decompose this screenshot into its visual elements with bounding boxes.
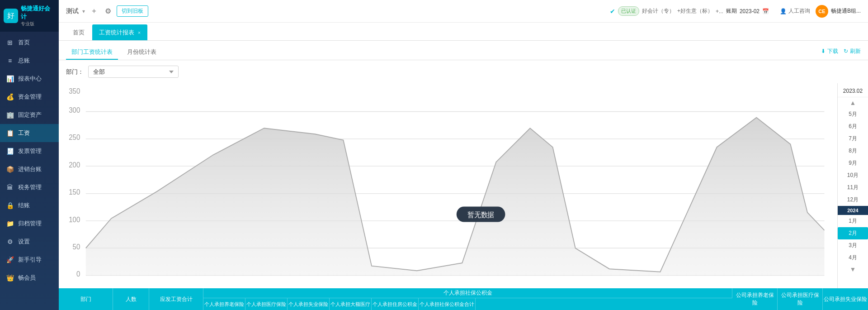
table-section: 部门 人数 应发工资合计 个人承担社保公积金 个人承担养老保险 个人承担医疗保险… bbox=[59, 288, 868, 310]
table-header-row: 部门 人数 应发工资合计 个人承担社保公积金 个人承担养老保险 个人承担医疗保险… bbox=[59, 288, 868, 310]
th-personal-total: 个人承担社保公积金合计 bbox=[419, 298, 476, 310]
th-personal-unemployment: 个人承担失业保险 bbox=[288, 298, 330, 310]
calendar-icon[interactable]: 📅 bbox=[762, 8, 769, 14]
sidebar-item-member[interactable]: 👑 畅会员 bbox=[0, 269, 59, 287]
tax-icon: 🏛 bbox=[5, 183, 14, 192]
switch-to-old-btn[interactable]: 切到旧板 bbox=[117, 5, 148, 17]
download-icon: ⬇ bbox=[821, 48, 826, 54]
th-personal-pension: 个人承担养老保险 bbox=[203, 298, 245, 310]
date-picker-up-btn[interactable]: ▲ bbox=[848, 97, 858, 108]
svg-text:350: 350 bbox=[69, 88, 80, 95]
content-area: 部门工资统计表 月份统计表 ⬇ 下载 ↻ 刷新 部门： 全部 销售部 bbox=[59, 41, 868, 310]
th-company-pension: 公司承担养老保险 bbox=[732, 288, 778, 310]
th-personal-medical: 个人承担医疗保险 bbox=[245, 298, 288, 310]
closing-icon: 🔒 bbox=[5, 201, 14, 210]
subtab-monthly[interactable]: 月份统计表 bbox=[122, 45, 162, 60]
sidebar: 好 畅捷通好会计 专业版 ⊞ 首页 ≡ 总账 📊 报表中心 💰 资金管理 🏢 固… bbox=[0, 0, 59, 310]
topbar-right: 👤 人工咨询 CE 畅捷通B组... bbox=[780, 5, 861, 18]
dp-month-8[interactable]: 8月 bbox=[838, 145, 868, 157]
tab-close-btn[interactable]: × bbox=[138, 30, 141, 35]
status-tag-3: +... bbox=[716, 8, 723, 14]
topbar-dropdown-arrow[interactable]: ▾ bbox=[82, 8, 85, 14]
dept-select[interactable]: 全部 销售部 财务部 技术部 行政部 bbox=[88, 66, 179, 78]
status-tag-1: 好会计（专） bbox=[642, 7, 675, 15]
sidebar-item-reports[interactable]: 📊 报表中心 bbox=[0, 70, 59, 88]
tax-label: 税务管理 bbox=[18, 183, 42, 191]
topbar: 测试 ▾ ＋ ⚙ 切到旧板 ✔ 已认证 好会计（专） +好生意（标） +... … bbox=[59, 0, 868, 23]
svg-text:50: 50 bbox=[73, 243, 80, 251]
refresh-btn[interactable]: ↻ 刷新 bbox=[844, 48, 861, 55]
sidebar-item-home[interactable]: ⊞ 首页 bbox=[0, 33, 59, 52]
home-icon: ⊞ bbox=[5, 38, 14, 47]
sidebar-item-tax[interactable]: 🏛 税务管理 bbox=[0, 178, 59, 196]
topbar-title: 测试 bbox=[66, 7, 79, 15]
date-picker-down-btn[interactable]: ▼ bbox=[848, 264, 858, 275]
filter-row: 部门： 全部 销售部 财务部 技术部 行政部 bbox=[59, 60, 868, 83]
subtab-dept[interactable]: 部门工资统计表 bbox=[66, 45, 118, 60]
sidebar-item-guide[interactable]: 🚀 新手引导 bbox=[0, 251, 59, 269]
sidebar-item-invoice[interactable]: 🧾 发票管理 bbox=[0, 142, 59, 160]
assets-label: 固定资产 bbox=[18, 111, 42, 119]
tab-home[interactable]: 首页 bbox=[66, 24, 91, 40]
sidebar-item-ledger[interactable]: ≡ 总账 bbox=[0, 52, 59, 70]
sidebar-item-funds[interactable]: 💰 资金管理 bbox=[0, 88, 59, 106]
chart-svg: 0 50 100 150 200 250 300 350 bbox=[66, 88, 830, 284]
guide-label: 新手引导 bbox=[18, 256, 42, 264]
th-company-medical: 公司承担医疗保险 bbox=[778, 288, 823, 310]
invoice-label: 发票管理 bbox=[18, 147, 42, 155]
svg-text:0: 0 bbox=[76, 270, 80, 278]
settings-label: 设置 bbox=[18, 238, 30, 246]
topbar-add-btn[interactable]: ＋ bbox=[89, 5, 99, 17]
th-company-unemployment: 公司承担失业保险 bbox=[823, 288, 868, 310]
th-group-personal: 个人承担社保公积金 个人承担养老保险 个人承担医疗保险 个人承担失业保险 个人承… bbox=[203, 288, 732, 310]
dp-month-7[interactable]: 7月 bbox=[838, 133, 868, 145]
dp-month-9[interactable]: 9月 bbox=[838, 157, 868, 169]
help-icon: 👤 bbox=[780, 8, 787, 14]
salary-icon: 📋 bbox=[5, 129, 14, 138]
help-label: 人工咨询 bbox=[788, 7, 810, 15]
subtab-actions: ⬇ 下载 ↻ 刷新 bbox=[821, 48, 861, 58]
purchase-label: 进销台账 bbox=[18, 165, 42, 173]
sidebar-item-purchase[interactable]: 📦 进销台账 bbox=[0, 160, 59, 178]
dp-month-11[interactable]: 11月 bbox=[838, 181, 868, 194]
download-btn[interactable]: ⬇ 下载 bbox=[821, 48, 838, 55]
salary-label: 工资 bbox=[18, 129, 30, 137]
certified-badge: 已认证 bbox=[618, 6, 639, 16]
help-btn[interactable]: 👤 人工咨询 bbox=[780, 7, 810, 15]
closing-label: 结账 bbox=[18, 201, 30, 210]
dp-month-4[interactable]: 4月 bbox=[838, 252, 868, 264]
user-area[interactable]: CE 畅捷通B组... bbox=[816, 5, 861, 18]
th-group-header: 个人承担社保公积金 bbox=[203, 288, 732, 298]
member-label: 畅会员 bbox=[18, 274, 36, 282]
dp-month-6[interactable]: 6月 bbox=[838, 120, 868, 133]
reports-icon: 📊 bbox=[5, 74, 14, 83]
sidebar-item-archive[interactable]: 📁 归档管理 bbox=[0, 215, 59, 233]
dp-month-5[interactable]: 5月 bbox=[838, 108, 868, 120]
dp-year-2024: 2024 bbox=[838, 206, 868, 215]
th-dept: 部门 bbox=[59, 288, 113, 310]
sidebar-item-assets[interactable]: 🏢 固定资产 bbox=[0, 106, 59, 124]
funds-label: 资金管理 bbox=[18, 93, 42, 101]
chart-section: 0 50 100 150 200 250 300 350 bbox=[59, 83, 868, 288]
th-personal-housing-fund: 个人承担住房公积金 bbox=[372, 298, 419, 310]
logo-icon: 好 bbox=[4, 9, 18, 23]
dp-month-10[interactable]: 10月 bbox=[838, 169, 868, 181]
certified-icon: ✔ bbox=[610, 8, 615, 15]
svg-text:150: 150 bbox=[69, 188, 80, 196]
svg-text:暂无数据: 暂无数据 bbox=[467, 211, 494, 219]
sidebar-item-salary[interactable]: 📋 工资 bbox=[0, 124, 59, 142]
th-total-salary: 应发工资合计 bbox=[149, 288, 203, 310]
status-tag-2: +好生意（标） bbox=[677, 7, 713, 15]
topbar-settings-btn[interactable]: ⚙ bbox=[103, 6, 113, 16]
th-count: 人数 bbox=[113, 288, 149, 310]
dp-month-2-active[interactable]: 2月 bbox=[838, 227, 868, 239]
sidebar-item-settings[interactable]: ⚙ 设置 bbox=[0, 233, 59, 251]
dp-month-3[interactable]: 3月 bbox=[838, 239, 868, 252]
dp-month-12[interactable]: 12月 bbox=[838, 194, 868, 206]
date-picker-panel: 2023.02 ▲ 5月 6月 7月 8月 9月 10月 11月 12月 202… bbox=[837, 83, 868, 288]
assets-icon: 🏢 bbox=[5, 110, 14, 119]
user-name: 畅捷通B组... bbox=[831, 7, 861, 15]
tab-salary-report[interactable]: 工资统计报表 × bbox=[92, 24, 147, 40]
sidebar-item-closing[interactable]: 🔒 结账 bbox=[0, 196, 59, 215]
dp-month-1[interactable]: 1月 bbox=[838, 215, 868, 227]
